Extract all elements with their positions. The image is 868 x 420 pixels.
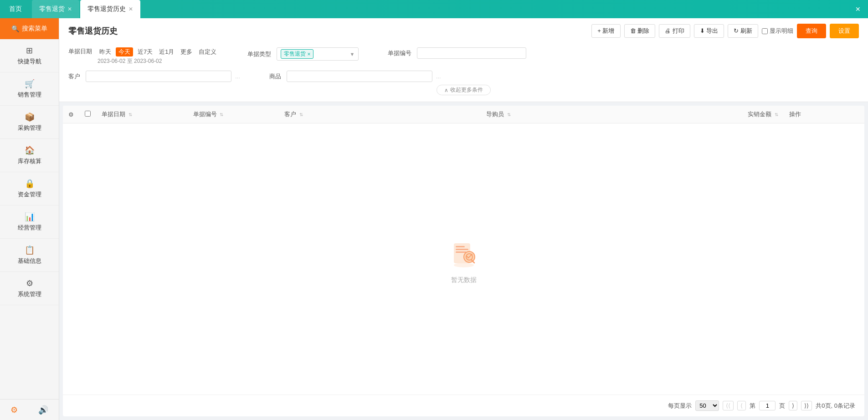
goods-filter-label: 商品	[269, 72, 283, 81]
export-button[interactable]: ⬇ 导出	[694, 24, 724, 38]
th-amount-label: 实销金额	[748, 111, 771, 118]
date-range: 2023-06-02 至 2023-06-02	[98, 57, 218, 65]
sidebar-item-quick-nav-label: 快捷导航	[18, 57, 41, 66]
show-detail-label: 显示明细	[770, 27, 793, 35]
sidebar-item-sys-mgmt[interactable]: ⚙ 系统管理	[0, 272, 59, 305]
sidebar: 🔍 搜索菜单 ⊞ 快捷导航 🛒 销售管理 📦 采购管理 🏠 库存核算 🔒	[0, 18, 59, 420]
new-button[interactable]: + 新增	[591, 24, 620, 38]
th-date[interactable]: 单据日期 ⇅	[96, 106, 188, 123]
th-amount[interactable]: 实销金额 ⇅	[683, 106, 783, 123]
sidebar-item-sys-label: 系统管理	[18, 290, 41, 298]
customer-filter-label: 客户	[68, 72, 82, 81]
page-last-btn[interactable]: ⟩⟩	[801, 401, 812, 410]
delete-button[interactable]: 🗑 删除	[624, 24, 656, 38]
content-area: 零售退货历史 + 新增 🗑 删除 🖨 打印 ⬇ 导出 ↻ 刷新 显示明细 查询 …	[59, 18, 868, 420]
total-text: 共0页, 0条记录	[816, 402, 855, 410]
show-detail-checkbox[interactable]	[762, 28, 768, 34]
date-options: 昨天 今天 近7天 近1月 更多 自定义 2023-06-02 至 2023-0…	[98, 47, 218, 65]
collapse-label: 收起更多条件	[450, 86, 483, 94]
volume-icon[interactable]: 🔊	[38, 405, 48, 415]
purchase-icon: 📦	[25, 112, 35, 122]
sidebar-item-base-info[interactable]: 📋 基础信息	[0, 239, 59, 272]
page-header: 零售退货历史 + 新增 🗑 删除 🖨 打印 ⬇ 导出 ↻ 刷新 显示明细 查询 …	[59, 18, 868, 102]
quick-nav-icon: ⊞	[26, 46, 33, 56]
svg-rect-2	[456, 246, 465, 247]
sidebar-search-label: 搜索菜单	[22, 25, 47, 33]
finance-icon: 🔒	[25, 179, 35, 189]
sidebar-item-quick-nav[interactable]: ⊞ 快捷导航	[0, 39, 59, 72]
sidebar-item-finance-label: 资金管理	[18, 190, 41, 199]
th-customer-label: 客户	[284, 111, 296, 118]
tab-retail-return-history[interactable]: 零售退货历史 ✕	[80, 0, 140, 18]
main-layout: 🔍 搜索菜单 ⊞ 快捷导航 🛒 销售管理 📦 采购管理 🏠 库存核算 🔒	[0, 18, 868, 420]
tab-retail-return-history-label: 零售退货历史	[87, 5, 126, 13]
sidebar-item-inventory[interactable]: 🏠 库存核算	[0, 139, 59, 172]
sidebar-item-purchase-label: 采购管理	[18, 124, 41, 132]
th-number[interactable]: 单据编号 ⇅	[188, 106, 279, 123]
collapse-button[interactable]: ∧ 收起更多条件	[437, 85, 491, 95]
th-guide-label: 导购员	[486, 111, 504, 118]
base-icon: 📋	[25, 245, 35, 255]
sidebar-item-purchase-mgmt[interactable]: 📦 采购管理	[0, 106, 59, 139]
page-next-btn[interactable]: ⟩	[789, 401, 797, 410]
th-guide[interactable]: 导购员 ⇅	[481, 106, 683, 123]
th-settings[interactable]: ⚙	[63, 106, 79, 123]
page-prev-btn[interactable]: ⟨	[737, 401, 746, 410]
tab-retail-return[interactable]: 零售退货 ✕	[32, 0, 79, 18]
svg-rect-3	[456, 249, 468, 250]
page-first-btn[interactable]: ⟨⟨	[723, 401, 734, 410]
refresh-button[interactable]: ↻ 刷新	[728, 24, 758, 38]
date-option-7days[interactable]: 近7天	[136, 47, 154, 56]
query-button[interactable]: 查询	[797, 24, 826, 38]
number-input[interactable]	[417, 47, 526, 59]
goods-input[interactable]	[287, 71, 432, 82]
svg-rect-4	[456, 251, 467, 253]
type-tag-close[interactable]: ×	[307, 51, 310, 57]
print-button[interactable]: 🖨 打印	[659, 24, 690, 38]
page-input[interactable]	[759, 401, 776, 410]
page-suffix: 页	[779, 402, 785, 410]
data-table: ⚙ 单据日期 ⇅ 单据编号 ⇅	[63, 106, 864, 123]
sales-icon: 🛒	[25, 79, 35, 89]
date-option-custom[interactable]: 自定义	[197, 47, 218, 56]
per-page-select[interactable]: 50 100 200	[695, 400, 719, 411]
settings-icon[interactable]: ⚙	[10, 405, 18, 415]
sort-guide-icon: ⇅	[507, 112, 511, 117]
filter-collapse: ∧ 收起更多条件	[68, 83, 859, 98]
type-tag: 零售退货 ×	[281, 49, 313, 59]
tab-retail-return-label: 零售退货	[39, 5, 65, 13]
date-option-1month[interactable]: 近1月	[157, 47, 176, 56]
sidebar-item-finance[interactable]: 🔒 资金管理	[0, 172, 59, 205]
page-title: 零售退货历史	[68, 26, 118, 36]
tab-home[interactable]: 首页	[0, 0, 31, 18]
top-bar-close[interactable]: ✕	[855, 5, 861, 13]
select-all-checkbox[interactable]	[85, 111, 91, 117]
sidebar-search[interactable]: 🔍 搜索菜单	[0, 18, 59, 39]
sidebar-item-ops-mgmt[interactable]: 📊 经营管理	[0, 205, 59, 239]
th-checkbox[interactable]	[79, 106, 96, 123]
inventory-icon: 🏠	[25, 145, 35, 155]
th-date-label: 单据日期	[102, 111, 125, 118]
sys-icon: ⚙	[26, 278, 33, 288]
sidebar-item-sales-mgmt[interactable]: 🛒 销售管理	[0, 72, 59, 106]
goods-ellipsis: ...	[436, 73, 441, 80]
th-customer[interactable]: 客户 ⇅	[279, 106, 481, 123]
date-option-yesterday[interactable]: 昨天	[98, 47, 113, 56]
tab-retail-return-history-close[interactable]: ✕	[128, 6, 133, 12]
customer-input[interactable]	[86, 71, 231, 82]
type-select[interactable]: 零售退货 × ▼	[277, 47, 359, 61]
page-actions: + 新增 🗑 删除 🖨 打印 ⬇ 导出 ↻ 刷新 显示明细 查询 设置	[591, 24, 859, 38]
sort-customer-icon: ⇅	[299, 112, 303, 117]
type-tag-text: 零售退货	[284, 50, 306, 58]
pagination: 每页显示 50 100 200 ⟨⟨ ⟨ 第 页 ⟩ ⟩⟩ 共0页, 0条记录	[63, 394, 864, 416]
settings-gear-icon[interactable]: ⚙	[68, 111, 74, 118]
th-action: 操作	[784, 106, 864, 123]
sidebar-item-inventory-label: 库存核算	[18, 157, 41, 165]
tab-retail-return-close[interactable]: ✕	[67, 6, 72, 12]
date-option-more[interactable]: 更多	[179, 47, 194, 56]
ops-icon: 📊	[25, 212, 35, 222]
date-option-today[interactable]: 今天	[116, 47, 133, 56]
top-bar: 首页 零售退货 ✕ 零售退货历史 ✕ ✕	[0, 0, 868, 18]
settings-button[interactable]: 设置	[830, 24, 859, 38]
sort-number-icon: ⇅	[220, 112, 223, 117]
